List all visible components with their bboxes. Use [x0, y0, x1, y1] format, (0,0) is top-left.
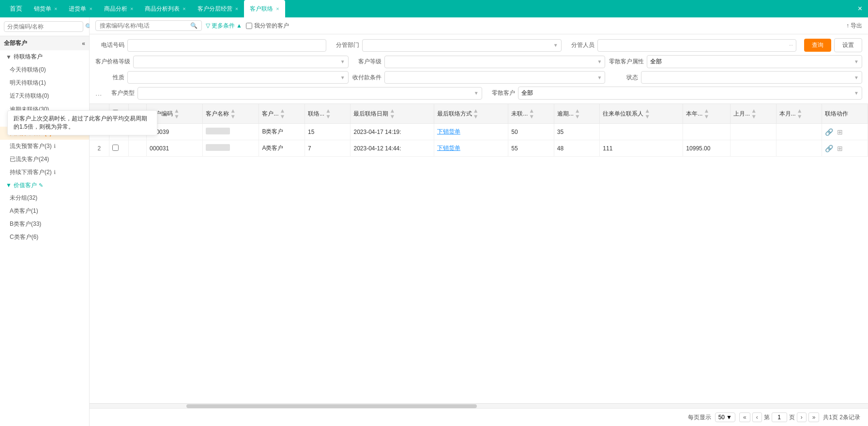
manager-select[interactable]: ··· — [597, 39, 796, 52]
row2-checkbox[interactable] — [112, 145, 119, 151]
per-page-label: 每页显示 — [688, 413, 711, 422]
table-row: 1 000039 B类客户 15 2023-04-17 14:19: 下销货单 — [90, 124, 868, 140]
wait-tomorrow[interactable]: 明天待联络(1) — [0, 76, 89, 89]
class-b[interactable]: B类客户(33) — [0, 218, 89, 231]
per-page-select[interactable]: 50 ▼ — [715, 412, 735, 422]
customer-type-filter: 客户类型 ▼ — [106, 87, 482, 100]
pagination-btns: « ‹ 第 页 › » — [739, 412, 819, 422]
nav-customer-segment[interactable]: 客户分层经营 × — [192, 0, 244, 17]
nav-customer-contact[interactable]: 客户联络 × — [244, 0, 285, 17]
row2-more-icon[interactable]: ⊞ — [837, 145, 843, 152]
row1-action-icons: 🔗 ⊞ — [825, 128, 865, 136]
row2-link-icon[interactable]: 🔗 — [825, 145, 833, 152]
nav-purchase-close[interactable]: × — [89, 6, 92, 12]
row2-type: A类客户 — [259, 140, 305, 157]
lost-pre-customers[interactable]: 流失预警客户(3) ℹ — [0, 140, 89, 153]
first-page-btn[interactable]: « — [739, 412, 750, 422]
lost-pre-label: 流失预警客户(3) — [10, 142, 52, 151]
lost-customers[interactable]: 已流失客户(24) — [0, 153, 89, 166]
payment-select[interactable]: ▼ — [384, 71, 606, 84]
dept-select[interactable]: ▼ — [362, 39, 561, 52]
prev-page-btn[interactable]: ‹ — [752, 412, 762, 422]
value-label: 价值客户 — [14, 181, 37, 190]
next-page-btn[interactable]: › — [797, 412, 807, 422]
customer-type-select[interactable]: ▼ — [137, 87, 482, 100]
nav-product-list[interactable]: 商品分析列表 × — [139, 0, 191, 17]
row2-unread: 55 — [508, 140, 554, 157]
nav-product-analysis[interactable]: 商品分析 × — [98, 0, 139, 17]
row2-last-method[interactable]: 下销货单 — [434, 140, 508, 157]
status-label: 状态 — [609, 73, 638, 82]
nav-customer-segment-close[interactable]: × — [235, 6, 238, 12]
wait-today[interactable]: 今天待联络(0) — [0, 63, 89, 76]
h-scrollbar-thumb[interactable] — [186, 404, 477, 408]
retail-customer-value: 全部 — [521, 89, 533, 97]
row1-last-method[interactable]: 下销货单 — [434, 124, 508, 140]
customer-grade-select[interactable]: ▼ — [384, 56, 606, 68]
edit-icon[interactable]: ✎ — [39, 182, 43, 189]
customer-grade-arrow: ▼ — [597, 59, 602, 64]
content-area: 🔍 ▽ 更多条件 ▲ 我分管的客户 ↑ 导出 电话号码 — [90, 17, 868, 426]
row1-name — [203, 124, 259, 140]
row1-link-icon[interactable]: 🔗 — [825, 128, 833, 136]
value-arrow: ▼ — [6, 182, 12, 189]
search-input[interactable] — [100, 22, 190, 29]
payment-filter: 收付款条件 ▼ — [352, 71, 606, 84]
query-btn[interactable]: 查询 — [804, 39, 831, 52]
retail-customer-select[interactable]: 全部 ▼ — [518, 87, 862, 100]
nav-product-analysis-close[interactable]: × — [130, 6, 133, 12]
col-this-year: 本年... ▲▼ — [683, 104, 731, 124]
last-page-btn[interactable]: » — [808, 412, 820, 422]
filter-row-3: 性质 ▼ 收付款条件 ▼ 状态 — [95, 71, 862, 84]
wait-contact-group[interactable]: ▼ 待联络客户 — [0, 50, 89, 63]
phone-input[interactable] — [127, 39, 326, 52]
more-conditions-btn[interactable]: ▽ 更多条件 ▲ — [206, 22, 242, 30]
filter-dots[interactable]: ... — [95, 89, 102, 98]
h-scrollbar[interactable] — [90, 403, 868, 408]
row2-index: 2 — [90, 140, 109, 157]
nav-sales-close[interactable]: × — [54, 6, 57, 12]
row2-this-year: 10995.00 — [683, 140, 731, 157]
nav-sales[interactable]: 销货单 × — [28, 0, 63, 17]
col-last-month: 上月... ▲▼ — [731, 104, 777, 124]
col-customer-name: 客户名称 ▲▼ — [203, 104, 259, 124]
nav-customer-contact-close[interactable]: × — [276, 6, 279, 12]
my-customers-checkbox[interactable] — [246, 23, 252, 29]
row2-unit-contacts: 111 — [600, 140, 683, 157]
retail-attr-select[interactable]: 全部 ▼ — [647, 55, 862, 68]
class-a1[interactable]: A类客户(1) — [0, 205, 89, 218]
price-grade-arrow: ▼ — [340, 59, 345, 64]
sidebar-search-input[interactable] — [4, 21, 83, 32]
data-table: ⚙ 客户编码 ▲▼ 客户名称 ▲▼ — [90, 104, 868, 157]
class-c[interactable]: C类客户(6) — [0, 231, 89, 244]
gender-select[interactable]: ▼ — [127, 71, 349, 84]
row1-type: B类客户 — [259, 124, 305, 140]
customer-name-sort[interactable]: 客户名称 ▲▼ — [206, 108, 236, 119]
wait-7days[interactable]: 近7天待联络(0) — [0, 89, 89, 103]
export-btn[interactable]: ↑ 导出 — [846, 22, 862, 30]
status-select[interactable]: ▼ — [641, 71, 862, 84]
row1-unread: 50 — [508, 124, 554, 140]
nav-purchase[interactable]: 进货单 × — [63, 0, 98, 17]
close-all-btn[interactable]: × — [858, 4, 862, 13]
per-page-arrow: ▼ — [726, 414, 732, 421]
row1-contact-count: 15 — [305, 124, 350, 140]
search-btn-icon[interactable]: 🔍 — [190, 22, 198, 29]
nav-product-list-close[interactable]: × — [183, 6, 185, 12]
customer-type-label: 客户类型 — [106, 89, 135, 97]
row1-more-icon[interactable]: ⊞ — [837, 128, 843, 136]
nav-home[interactable]: 首页 — [4, 0, 28, 17]
ungrouped[interactable]: 未分组(32) — [0, 191, 89, 205]
my-customers-toggle[interactable]: 我分管的客户 — [246, 22, 289, 30]
sidebar-collapse-icon[interactable]: « — [82, 40, 85, 47]
page-number-input[interactable] — [772, 412, 787, 422]
per-page-value: 50 — [718, 414, 725, 421]
value-customers-group[interactable]: ▼ 价值客户 ✎ — [0, 179, 89, 191]
gender-arrow: ▼ — [340, 75, 345, 80]
price-grade-select[interactable]: ▼ — [133, 56, 349, 68]
settings-btn[interactable]: 设置 — [834, 38, 862, 52]
filter-row-2: 客户价格等级 ▼ 客户等级 ▼ 零散客户属性 全部 — [95, 55, 862, 68]
decline-info: ℹ — [54, 168, 56, 177]
total-label: 共1页 2条记录 — [823, 413, 860, 422]
decline-customers[interactable]: 持续下滑客户(2) ℹ — [0, 166, 89, 179]
